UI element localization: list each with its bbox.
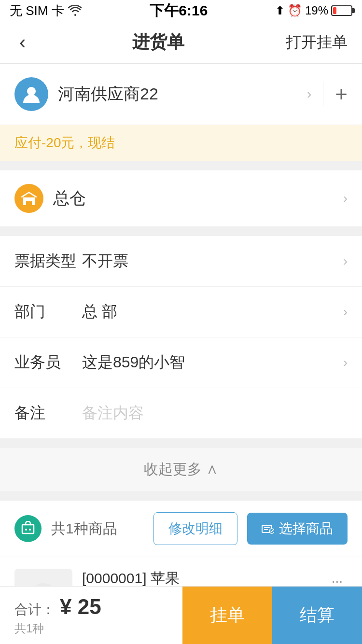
back-button[interactable]: ‹ (14, 27, 30, 58)
supplier-row[interactable]: 河南供应商22 › + (0, 64, 362, 125)
svg-rect-1 (22, 525, 34, 533)
salesperson-row[interactable]: 业务员 这是859的小智 › (0, 337, 362, 388)
svg-point-0 (27, 87, 36, 96)
status-right: ⬆ ⏰ 19% (275, 4, 352, 17)
content-area: 河南供应商22 › + 应付-20元，现结 总仓 › 票据类型 不开票 › (0, 64, 362, 644)
department-row[interactable]: 部门 总 部 › (0, 287, 362, 337)
supplier-card: 河南供应商22 › + 应付-20元，现结 (0, 64, 362, 161)
user-icon (21, 84, 42, 105)
chevron-right-icon: › (343, 253, 348, 269)
page-title: 进货单 (132, 30, 184, 54)
pay-button[interactable]: 结算 (272, 587, 362, 644)
status-carrier: 无 SIM 卡 (10, 2, 83, 19)
note-input[interactable]: 备注内容 (82, 403, 348, 424)
total-sub: 共1种 (14, 621, 168, 636)
total-label: 合计： (14, 601, 55, 619)
form-card: 票据类型 不开票 › 部门 总 部 › 业务员 这是859的小智 › 备注 备注… (0, 236, 362, 438)
select-product-icon (262, 523, 274, 534)
invoice-type-row[interactable]: 票据类型 不开票 › (0, 236, 362, 287)
total-amount: ¥ 25 (60, 595, 101, 619)
notice-bar: 应付-20元，现结 (0, 125, 362, 161)
invoice-type-label: 票据类型 (14, 251, 82, 272)
note-row[interactable]: 备注 备注内容 (0, 388, 362, 438)
chevron-right-icon: › (343, 304, 348, 320)
chevron-right-icon: › (307, 86, 311, 102)
status-time: 下午6:16 (150, 1, 208, 21)
select-product-button[interactable]: 选择商品 (247, 513, 348, 545)
alarm-icon: ⏰ (288, 4, 302, 17)
divider (323, 82, 323, 106)
invoice-type-value: 不开票 (82, 251, 343, 272)
warehouse-icon-bg (14, 184, 43, 213)
nav-bar: ‹ 进货单 打开挂单 (0, 21, 362, 64)
product-code: [0000001] (82, 570, 146, 586)
note-label: 备注 (14, 403, 82, 424)
salesperson-value: 这是859的小智 (82, 352, 343, 373)
footer-total: 合计： ¥ 25 共1种 (0, 595, 182, 636)
open-hang-button[interactable]: 打开挂单 (286, 32, 348, 53)
status-bar: 无 SIM 卡 下午6:16 ⬆ ⏰ 19% (0, 0, 362, 21)
battery-icon (331, 5, 352, 16)
svg-point-2 (25, 529, 27, 531)
cart-icon (20, 521, 36, 536)
product-name: [0000001] 苹果 (82, 569, 317, 588)
collapse-bar[interactable]: 收起更多 ∧ (0, 448, 362, 491)
svg-point-3 (29, 529, 31, 531)
location-icon: ⬆ (275, 4, 285, 17)
products-header: 共1种商品 修改明细 选择商品 (0, 501, 362, 557)
chevron-right-icon: › (343, 355, 348, 370)
warehouse-name: 总仓 (53, 187, 343, 210)
wifi-icon (68, 5, 83, 16)
add-supplier-button[interactable]: + (335, 84, 348, 105)
warehouse-card[interactable]: 总仓 › (0, 170, 362, 226)
product-title: 苹果 (151, 570, 180, 586)
footer: 合计： ¥ 25 共1种 挂单 结算 (0, 586, 362, 644)
collapse-label: 收起更多 ∧ (144, 460, 218, 479)
products-count: 共1种商品 (51, 519, 144, 539)
salesperson-label: 业务员 (14, 352, 82, 373)
warehouse-icon (20, 190, 38, 207)
chevron-right-icon: › (343, 191, 348, 206)
warehouse-row[interactable]: 总仓 › (0, 170, 362, 226)
supplier-avatar (14, 77, 48, 111)
edit-detail-button[interactable]: 修改明细 (153, 512, 237, 545)
department-value: 总 部 (82, 301, 343, 322)
supplier-name: 河南供应商22 (58, 83, 307, 105)
hang-button[interactable]: 挂单 (182, 587, 272, 644)
department-label: 部门 (14, 301, 82, 322)
select-product-label: 选择商品 (279, 519, 333, 538)
products-icon-bg (14, 515, 42, 542)
